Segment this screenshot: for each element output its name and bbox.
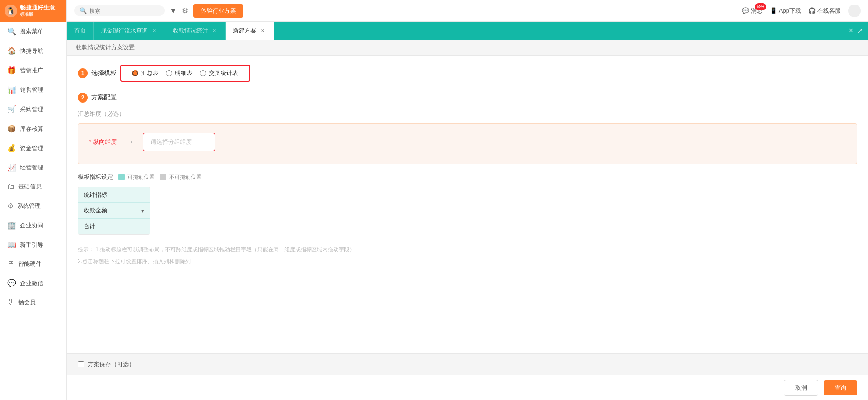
message-icon: 💬 (742, 7, 749, 14)
bottom-bar: 取消 查询 (67, 375, 868, 400)
folder-icon: 🗂 (7, 183, 14, 191)
radio-summary[interactable]: 汇总表 (132, 69, 159, 77)
sidebar-item-funds[interactable]: 💰 资金管理 (0, 138, 66, 158)
chart-icon: 📈 (7, 163, 16, 172)
user-avatar[interactable] (848, 5, 861, 17)
sidebar-item-search-menu[interactable]: 🔍 搜索菜单 (0, 22, 66, 41)
tips-line2: 2.点击标题栏下拉可设置排序、插入列和删除列 (78, 257, 857, 267)
sidebar-item-enterprise-wechat[interactable]: 💬 企业微信 (0, 273, 66, 293)
step1-header: 1 选择模板 汇总表 明细表 交叉统计表 (78, 65, 857, 82)
monitor-icon: 🖥 (7, 260, 14, 268)
radio-summary-input[interactable] (132, 70, 138, 76)
search-dropdown-button[interactable]: ▼ (170, 7, 176, 14)
legend-non-draggable-label: 不可拖动位置 (169, 174, 202, 181)
tab-receivables-stats[interactable]: 收款情况统计 × (165, 22, 226, 40)
vertical-dimension-label: 纵向维度 (89, 138, 117, 146)
online-service-button[interactable]: 🎧 在线客服 (808, 7, 841, 15)
tab-bank-flow-close[interactable]: × (151, 27, 158, 34)
sidebar-item-new-guide[interactable]: 📖 新手引导 (0, 235, 66, 254)
sales-icon: 📊 (7, 85, 16, 94)
indicator-settings: 模板指标设定 可拖动位置 不可拖动位置 (78, 173, 857, 236)
tab-home[interactable]: 首页 (67, 22, 94, 40)
page-breadcrumb: 收款情况统计方案设置 (67, 40, 868, 56)
radio-cross-input[interactable] (200, 70, 206, 76)
query-button[interactable]: 查询 (824, 380, 857, 395)
sidebar-item-label: 企业协同 (20, 221, 43, 230)
dimension-select-box[interactable]: 请选择分组维度 (143, 133, 215, 151)
dimension-section-label: 汇总维度（必选） (78, 110, 857, 118)
template-selection-box: 汇总表 明细表 交叉统计表 (120, 65, 250, 82)
tab-new-plan[interactable]: 新建方案 × (226, 22, 274, 40)
sidebar-item-enterprise-coop[interactable]: 🏢 企业协同 (0, 216, 66, 235)
tab-expand-button[interactable]: ⤢ (857, 27, 863, 35)
sidebar-item-label: 采购管理 (20, 105, 43, 113)
search-icon: 🔍 (80, 7, 87, 14)
sidebar-item-label: 系统管理 (17, 202, 41, 210)
sidebar-logo: 🐧 畅捷通好生意 标准版 (0, 0, 66, 22)
cancel-button[interactable]: 取消 (784, 380, 818, 396)
search-input[interactable] (90, 8, 153, 14)
step2-badge: 2 (78, 93, 88, 103)
tab-new-plan-close[interactable]: × (259, 27, 266, 34)
save-label: 方案保存（可选） (88, 360, 135, 368)
indicator-item-1-label: 合计 (84, 223, 95, 230)
step1-badge: 1 (78, 68, 88, 78)
topbar-right: 💬 消息 99+ 📱 App下载 🎧 在线客服 (742, 5, 861, 17)
industry-plan-button[interactable]: 体验行业方案 (193, 4, 243, 18)
indicator-settings-header: 模板指标设定 可拖动位置 不可拖动位置 (78, 173, 857, 181)
app-download-label: App下载 (779, 7, 801, 15)
sidebar-item-inventory[interactable]: 📦 库存核算 (0, 119, 66, 138)
logo-name: 畅捷通好生意 (20, 4, 55, 11)
sidebar-item-sales[interactable]: 📊 销售管理 (0, 80, 66, 99)
indicator-dropdown-icon[interactable]: ▾ (141, 207, 144, 214)
sidebar-item-label: 快捷导航 (20, 47, 43, 55)
tab-close-action-button[interactable]: × (849, 27, 853, 35)
radio-detail[interactable]: 明细表 (166, 69, 193, 77)
legend-draggable-label: 可拖动位置 (127, 174, 155, 181)
indicator-item-1: 合计 (78, 218, 150, 234)
sidebar-item-label: 新手引导 (20, 241, 43, 249)
dimension-title: 汇总维度（必选） (78, 110, 125, 117)
indicator-table-header: 统计指标 (78, 187, 150, 203)
indicator-item-0[interactable]: 收款金额 ▾ (78, 203, 150, 218)
message-badge: 99+ (755, 3, 766, 10)
box-icon: 📦 (7, 124, 16, 133)
tab-receivables-close[interactable]: × (211, 27, 218, 34)
sidebar-item-label: 基础信息 (18, 183, 42, 191)
sidebar: 🐧 畅捷通好生意 标准版 🔍 搜索菜单 🏠 快捷导航 🎁 营销推广 📊 销售管理… (0, 0, 67, 400)
app-download-button[interactable]: 📱 App下载 (770, 7, 801, 15)
sidebar-item-quick-nav[interactable]: 🏠 快捷导航 (0, 41, 66, 61)
sidebar-item-marketing[interactable]: 🎁 营销推广 (0, 61, 66, 80)
radio-cross[interactable]: 交叉统计表 (200, 69, 238, 77)
sidebar-item-label: 销售管理 (20, 86, 43, 94)
tabbar-actions: × ⤢ (844, 22, 868, 40)
tab-bank-flow[interactable]: 现金银行流水查询 × (94, 22, 165, 40)
step2-title: 方案配置 (91, 94, 117, 102)
sidebar-item-member[interactable]: 🎖 畅会员 (0, 293, 66, 312)
online-service-label: 在线客服 (817, 7, 841, 15)
message-button[interactable]: 💬 消息 99+ (742, 7, 763, 15)
sidebar-item-label: 经营管理 (20, 164, 43, 172)
enterprise-icon: 🏢 (7, 221, 16, 230)
dimension-arrow: → (126, 137, 134, 147)
step1-section: 1 选择模板 汇总表 明细表 交叉统计表 (78, 65, 857, 82)
sidebar-item-purchase[interactable]: 🛒 采购管理 (0, 99, 66, 119)
sidebar-item-operations[interactable]: 📈 经营管理 (0, 158, 66, 177)
sidebar-item-basic-info[interactable]: 🗂 基础信息 (0, 177, 66, 196)
sidebar-item-system[interactable]: ⚙ 系统管理 (0, 196, 66, 216)
mobile-icon: 📱 (770, 7, 777, 14)
sidebar-item-label: 畅会员 (18, 298, 36, 306)
sidebar-item-smart-hw[interactable]: 🖥 智能硬件 (0, 254, 66, 273)
tabbar: 首页 现金银行流水查询 × 收款情况统计 × 新建方案 × × ⤢ (67, 22, 868, 40)
radio-summary-label: 汇总表 (141, 69, 159, 77)
dimension-area: 纵向维度 → 请选择分组维度 (78, 123, 857, 164)
sidebar-item-label: 库存核算 (20, 125, 43, 133)
save-checkbox[interactable] (78, 361, 84, 367)
settings-gear-button[interactable]: ⚙ (182, 6, 188, 15)
legend-draggable: 可拖动位置 (118, 174, 155, 181)
search-menu-icon: 🔍 (7, 27, 16, 36)
cart-icon: 🛒 (7, 105, 16, 113)
save-row: 方案保存（可选） (67, 353, 868, 375)
radio-detail-input[interactable] (166, 70, 172, 76)
step1-title: 选择模板 (91, 69, 117, 77)
